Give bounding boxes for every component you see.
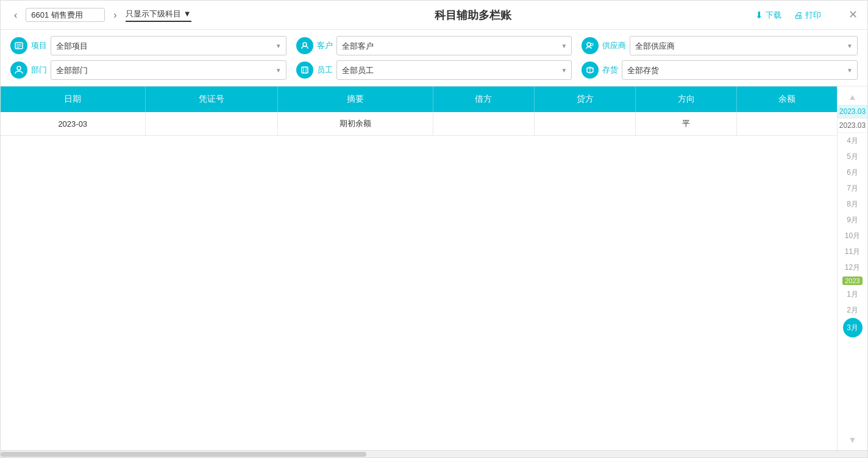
- filter-row-2: 部门 全部部门 员工: [10, 60, 858, 80]
- filter-item-inventory: 存货 全部存货: [582, 60, 858, 80]
- filter-item-employee: 员工 全部员工: [296, 60, 572, 80]
- next-account-button[interactable]: ›: [110, 9, 120, 22]
- show-sub-account-button[interactable]: 只显示下级科目 ▼: [126, 9, 191, 22]
- inventory-label: 存货: [602, 65, 618, 76]
- supplier-label: 供应商: [602, 40, 626, 51]
- cell-2: 期初余额: [278, 112, 433, 136]
- supplier-icon: [582, 37, 599, 54]
- employee-select-wrapper: 全部员工: [336, 60, 572, 80]
- sidebar-month-12[interactable]: 12月: [839, 259, 866, 275]
- filter-item-supplier: 供应商 全部供应商: [582, 36, 858, 55]
- project-select[interactable]: 全部项目: [51, 36, 286, 55]
- sidebar-month-3[interactable]: 3月: [843, 318, 863, 337]
- show-sub-label: 只显示下级科目: [126, 9, 181, 19]
- filter-area: 项目 全部项目 客户 全部客户: [1, 30, 867, 86]
- sidebar-scroll-down-button[interactable]: ▼: [842, 432, 864, 448]
- period-label-1: 2023.03: [839, 107, 866, 116]
- account-code-input[interactable]: [26, 8, 105, 22]
- project-icon: [10, 37, 27, 54]
- inventory-select[interactable]: 全部存货: [622, 60, 858, 80]
- download-icon: ⬇: [755, 10, 763, 21]
- project-select-wrapper: 全部项目: [51, 36, 286, 55]
- page-title: 科目辅助多栏账: [435, 8, 511, 23]
- prev-account-button[interactable]: ‹: [10, 9, 21, 22]
- ledger-table: 日期 凭证号 摘要 借方 贷方 方向 余额 2023-03期初余额平: [1, 86, 837, 136]
- sidebar-month-7[interactable]: 7月: [839, 180, 866, 196]
- col-summary: 摘要: [278, 86, 433, 112]
- right-sidebar: ▲ 2023.03 2023.03 4月 5月 6月 7月 8月 9月 10月 …: [837, 86, 867, 450]
- sidebar-month-9[interactable]: 9月: [839, 212, 866, 228]
- col-voucher: 凭证号: [145, 86, 278, 112]
- inventory-select-wrapper: 全部存货: [622, 60, 858, 80]
- cell-1: [145, 112, 278, 136]
- department-select-wrapper: 全部部门: [51, 60, 286, 80]
- sidebar-month-1[interactable]: 1月: [839, 286, 866, 302]
- supplier-select-wrapper: 全部供应商: [630, 36, 858, 55]
- customer-label: 客户: [317, 40, 333, 51]
- sidebar-period-item-2[interactable]: 2023.03: [838, 119, 867, 133]
- employee-select[interactable]: 全部员工: [336, 60, 572, 80]
- title-bar: ‹ › 只显示下级科目 ▼ 科目辅助多栏账 ⬇ 下载 🖨 打印 ✕: [1, 1, 867, 30]
- cell-0: 2023-03: [1, 112, 145, 136]
- main-window: ‹ › 只显示下级科目 ▼ 科目辅助多栏账 ⬇ 下载 🖨 打印 ✕: [0, 0, 868, 458]
- col-balance: 余额: [737, 86, 837, 112]
- filter-item-customer: 客户 全部客户: [296, 36, 572, 55]
- col-credit: 贷方: [535, 86, 636, 112]
- sidebar-month-10[interactable]: 10月: [839, 228, 866, 244]
- table-area[interactable]: 日期 凭证号 摘要 借方 贷方 方向 余额 2023-03期初余额平: [1, 86, 837, 450]
- filter-item-project: 项目 全部项目: [10, 36, 286, 55]
- download-label: 下载: [766, 10, 781, 21]
- inventory-icon: [582, 62, 599, 79]
- sidebar-month-11[interactable]: 11月: [839, 244, 866, 259]
- employee-label: 员工: [317, 65, 333, 76]
- department-label: 部门: [31, 65, 47, 76]
- customer-select[interactable]: 全部客户: [336, 36, 572, 55]
- sidebar-month-4[interactable]: 4月: [839, 133, 866, 149]
- customer-icon: [296, 37, 313, 54]
- supplier-select[interactable]: 全部供应商: [630, 36, 858, 55]
- sidebar-month-2[interactable]: 2月: [839, 302, 866, 318]
- title-bar-right: ⬇ 下载 🖨 打印: [755, 10, 858, 21]
- employee-icon: [296, 62, 313, 79]
- close-button[interactable]: ✕: [848, 8, 858, 21]
- col-debit: 借方: [433, 86, 534, 112]
- sidebar-period-item-1[interactable]: 2023.03: [838, 105, 867, 119]
- cell-6: [737, 112, 837, 136]
- svg-point-6: [591, 43, 593, 46]
- customer-select-wrapper: 全部客户: [336, 36, 572, 55]
- col-date: 日期: [1, 86, 145, 112]
- year-badge: 2023: [842, 277, 862, 285]
- col-direction: 方向: [636, 86, 737, 112]
- sidebar-scroll-up-button[interactable]: ▲: [842, 89, 864, 105]
- project-label: 项目: [31, 40, 47, 51]
- download-button[interactable]: ⬇ 下载: [755, 10, 781, 21]
- cell-5: 平: [636, 112, 737, 136]
- filter-item-department: 部门 全部部门: [10, 60, 286, 80]
- sidebar-month-5[interactable]: 5月: [839, 149, 866, 164]
- sidebar-month-6[interactable]: 6月: [839, 164, 866, 180]
- filter-row-1: 项目 全部项目 客户 全部客户: [10, 36, 858, 55]
- department-icon: [10, 62, 27, 79]
- department-select[interactable]: 全部部门: [51, 60, 286, 80]
- print-button[interactable]: 🖨 打印: [794, 10, 821, 21]
- table-header-row: 日期 凭证号 摘要 借方 贷方 方向 余额: [1, 86, 837, 112]
- table-row: 2023-03期初余额平: [1, 112, 837, 136]
- scrollbar-thumb[interactable]: [1, 452, 366, 457]
- show-sub-chevron-icon: ▼: [183, 9, 191, 18]
- period-label-2: 2023.03: [839, 121, 866, 130]
- print-icon: 🖨: [794, 10, 803, 20]
- main-content: 日期 凭证号 摘要 借方 贷方 方向 余额 2023-03期初余额平 ▲: [1, 86, 867, 450]
- sidebar-month-8[interactable]: 8月: [839, 196, 866, 212]
- svg-point-4: [303, 43, 307, 46]
- svg-rect-8: [302, 67, 308, 73]
- print-label: 打印: [805, 10, 821, 21]
- svg-point-7: [17, 66, 21, 70]
- horizontal-scrollbar[interactable]: [1, 450, 867, 457]
- cell-4: [535, 112, 636, 136]
- title-bar-left: ‹ › 只显示下级科目 ▼: [10, 8, 191, 22]
- svg-point-5: [587, 43, 591, 46]
- cell-3: [433, 112, 534, 136]
